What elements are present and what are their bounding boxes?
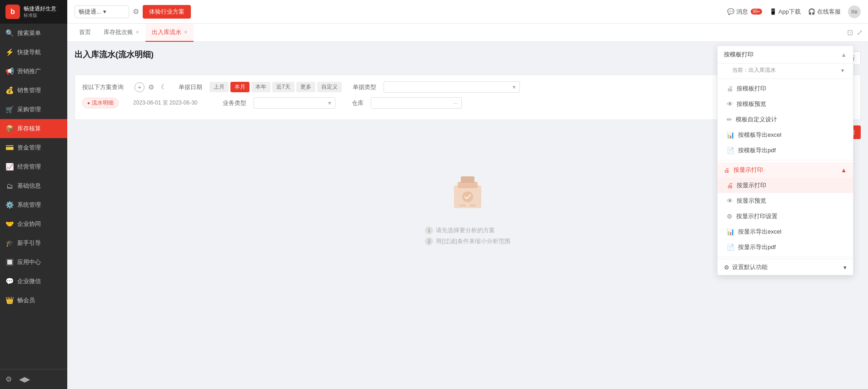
date-range: 2023-06-01 至 2023-06-30 xyxy=(133,99,197,107)
dropdown-display-preview[interactable]: 👁 按显示预览 xyxy=(718,193,853,209)
sidebar-item-guide[interactable]: 🎓 新手引导 xyxy=(0,234,67,253)
dropdown-footer[interactable]: ⚙ 设置默认功能 ▾ xyxy=(718,259,853,275)
sidebar-item-vip[interactable]: 👑 畅会员 xyxy=(0,291,67,310)
close-inventory-flow-tab[interactable]: × xyxy=(184,29,187,35)
date-custom[interactable]: 自定义 xyxy=(317,82,342,92)
vip-icon: 👑 xyxy=(5,296,14,304)
restore-tab-icon[interactable]: ⊡ xyxy=(847,28,853,37)
topbar-gear-icon[interactable]: ⚙ xyxy=(133,7,139,16)
display-print-icon: 🖨 xyxy=(727,182,733,189)
app-download-item[interactable]: 📱 App下载 xyxy=(769,8,801,16)
dropdown-divider-2 xyxy=(718,160,853,160)
guide-icon: 🎓 xyxy=(5,239,14,247)
svg-rect-5 xyxy=(469,204,476,206)
topbar-left: 畅捷通... ▾ ⚙ 体验行业方案 xyxy=(75,5,722,19)
basic-icon: 🗂 xyxy=(5,182,14,190)
logo-text: 畅捷通好生意 标准版 xyxy=(24,5,56,19)
dropdown-divider-3 xyxy=(718,257,853,257)
dropdown-template-export-excel[interactable]: 📊 按模板导出excel xyxy=(718,127,853,143)
warehouse-more-icon: ··· xyxy=(453,100,458,106)
voucher-type-field[interactable]: ▾ xyxy=(384,81,520,93)
footer-arrow-icon: ▾ xyxy=(843,264,847,271)
svg-rect-4 xyxy=(459,204,466,206)
purchase-icon: 🛒 xyxy=(5,105,14,114)
online-service-item[interactable]: 🎧 在线客服 xyxy=(808,8,841,16)
user-selector[interactable]: 畅捷通... ▾ xyxy=(75,5,129,18)
date-label: 单据日期 xyxy=(179,84,202,90)
flow-detail-tag[interactable]: ● 流水明细 xyxy=(82,98,119,108)
messages-item[interactable]: 💬 消息 99+ xyxy=(727,8,762,16)
date-7days[interactable]: 近7天 xyxy=(272,82,294,92)
collapse-sidebar-icon[interactable]: ◀▶ xyxy=(19,375,30,384)
settings-bottom-icon[interactable]: ⚙ xyxy=(5,375,12,384)
empty-tips-container: 1 请先选择要分析的方案 2 用[过滤]条件来缩小分析范围 xyxy=(425,226,510,248)
sidebar-bottom: ⚙ ◀▶ xyxy=(0,369,67,389)
quick-nav-icon: ⚡ xyxy=(5,48,14,56)
user-selector-arrow: ▾ xyxy=(103,8,106,15)
tab-home[interactable]: 首页 xyxy=(73,24,97,42)
custom-design-icon: ✏ xyxy=(727,116,732,123)
system-icon: ⚙️ xyxy=(5,201,14,209)
tab-inventory-batch[interactable]: 库存批次账 × xyxy=(97,24,145,42)
dropdown-template-export-pdf[interactable]: 📄 按模板导出pdf xyxy=(718,143,853,158)
wechat-icon: 💬 xyxy=(5,277,14,285)
sidebar-item-system[interactable]: ⚙️ 系统管理 xyxy=(0,195,67,214)
voucher-type-label: 单据类型 xyxy=(353,84,376,90)
dropdown-panel: 按模板打印 ▲ 当前：出入库流水 ▾ 🖨 按模板打印 👁 按模板预览 ✏ 模板自… xyxy=(717,45,853,275)
preview-icon: 👁 xyxy=(727,100,733,108)
display-settings-icon: ⚙ xyxy=(727,213,733,220)
voucher-type-arrow: ▾ xyxy=(513,84,516,90)
logo-icon: b xyxy=(5,5,20,19)
sidebar-item-finance[interactable]: 💳 资金管理 xyxy=(0,138,67,157)
svg-point-3 xyxy=(462,191,473,202)
search-label: 按以下方案查询 xyxy=(82,83,124,91)
dropdown-display-export-pdf[interactable]: 📄 按显示导出pdf xyxy=(718,239,853,255)
sidebar-item-operations[interactable]: 📈 经营管理 xyxy=(0,157,67,176)
trial-button[interactable]: 体验行业方案 xyxy=(143,5,191,19)
sidebar-search[interactable]: 🔍 搜索菜单 xyxy=(0,24,67,43)
sidebar-item-quick-nav[interactable]: ⚡ 快捷导航 xyxy=(0,43,67,62)
user-avatar[interactable]: Rit xyxy=(848,5,861,18)
tab-inventory-flow[interactable]: 出入库流水 × xyxy=(145,24,194,42)
sidebar-item-inventory[interactable]: 📦 库存核算 xyxy=(0,119,67,138)
app-center-icon: 🔲 xyxy=(5,258,14,266)
dropdown-display-print[interactable]: 🖨 按显示打印 xyxy=(718,178,853,193)
excel-icon-2: 📊 xyxy=(727,228,734,235)
filter-collapse-icon[interactable]: 《 xyxy=(158,83,164,91)
dropdown-display-print-settings[interactable]: ⚙ 按显示打印设置 xyxy=(718,209,853,224)
date-last-month[interactable]: 上月 xyxy=(210,82,229,92)
filter-settings-icon[interactable]: ⚙ xyxy=(148,83,154,91)
sidebar-item-wechat[interactable]: 💬 企业微信 xyxy=(0,272,67,291)
warehouse-field[interactable]: ··· xyxy=(371,97,462,109)
date-this-year[interactable]: 本年 xyxy=(251,82,270,92)
dropdown-display-export-excel[interactable]: 📊 按显示导出excel xyxy=(718,224,853,239)
close-inventory-batch-tab[interactable]: × xyxy=(136,29,139,35)
dropdown-display-print-section[interactable]: 🖨 按显示打印 ▲ xyxy=(718,162,853,178)
sidebar-item-purchase[interactable]: 🛒 采购管理 xyxy=(0,100,67,119)
sidebar-item-sales[interactable]: 💰 销售管理 xyxy=(0,81,67,100)
dropdown-header: 按模板打印 ▲ xyxy=(718,46,853,64)
settings-default-icon: ⚙ xyxy=(724,264,729,271)
expand-tab-icon[interactable]: ⤢ xyxy=(857,28,863,37)
business-type-field[interactable]: ▾ xyxy=(254,97,335,109)
operations-icon: 📈 xyxy=(5,163,14,171)
cooperation-icon: 🤝 xyxy=(5,220,14,228)
excel-icon-1: 📊 xyxy=(727,131,734,139)
dropdown-template-preview[interactable]: 👁 按模板预览 xyxy=(718,96,853,112)
date-filter: 上月 本月 本年 近7天 更多 自定义 xyxy=(210,82,342,92)
dropdown-close-icon[interactable]: ▲ xyxy=(841,51,847,58)
empty-state-icon xyxy=(445,172,490,217)
date-this-month[interactable]: 本月 xyxy=(230,82,249,92)
dropdown-template-print[interactable]: 🖨 按模板打印 xyxy=(718,81,853,96)
page-title: 出入库流水(流水明细) xyxy=(75,49,154,60)
dropdown-template-custom[interactable]: ✏ 模板自定义设计 xyxy=(718,112,853,127)
topbar: 畅捷通... ▾ ⚙ 体验行业方案 💬 消息 99+ 📱 App下载 🎧 在线客… xyxy=(67,0,868,24)
sidebar-item-basic[interactable]: 🗂 基础信息 xyxy=(0,176,67,195)
sidebar-item-marketing[interactable]: 📢 营销推广 xyxy=(0,62,67,81)
add-filter-button[interactable]: + xyxy=(135,82,145,92)
sidebar-item-app-center[interactable]: 🔲 应用中心 xyxy=(0,253,67,272)
search-actions: + ⚙ 《 xyxy=(135,82,164,92)
sidebar-item-cooperation[interactable]: 🤝 企业协同 xyxy=(0,214,67,234)
empty-tip-1: 1 请先选择要分析的方案 xyxy=(425,226,510,234)
date-more[interactable]: 更多 xyxy=(296,82,315,92)
